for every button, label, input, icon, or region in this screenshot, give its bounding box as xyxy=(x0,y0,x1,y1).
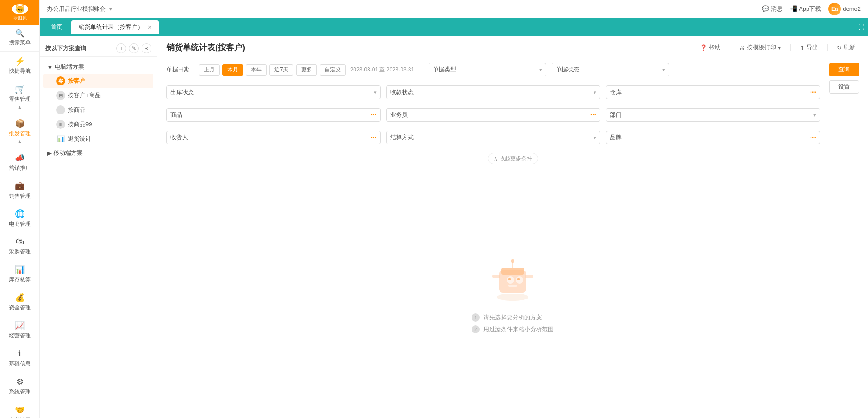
hint-text-2: 用过滤条件来缩小分析范围 xyxy=(483,325,554,333)
message-btn[interactable]: 💬 消息 xyxy=(762,5,783,13)
help-btn[interactable]: ❓ 帮助 xyxy=(696,42,724,53)
nav-icon-purchase: 🛍 xyxy=(16,237,24,247)
salesperson-input[interactable]: 业务员 ··· xyxy=(386,108,600,122)
tree-child-customer-product[interactable]: ⊞ 按客户+商品 xyxy=(43,88,153,103)
warehouse-label: 仓库 xyxy=(610,88,622,96)
nav-label: 系统管理 xyxy=(9,388,31,396)
date-btn-this-month[interactable]: 本月 xyxy=(222,64,243,76)
bill-status-arrow: ▾ xyxy=(662,67,665,73)
refresh-btn[interactable]: ↻ 刷新 xyxy=(833,42,859,53)
print-btn[interactable]: 🖨 按模板打印 ▾ xyxy=(736,42,785,53)
settings-btn[interactable]: 设置 xyxy=(829,80,859,94)
sidebar-item-purchase[interactable]: 🛍 采购管理 xyxy=(0,233,39,260)
sidebar-item-operation[interactable]: 📈 经营管理 xyxy=(0,316,39,344)
print-dropdown-icon: ▾ xyxy=(778,44,781,51)
topbar: 办公用品行业模拟账套 ▾ 💬 消息 📲 App下载 Ea demo2 xyxy=(40,0,868,18)
sidebar-item-system[interactable]: ⚙ 系统管理 xyxy=(0,372,39,400)
edit-scheme-btn[interactable]: ✎ xyxy=(129,43,139,53)
collect-status-select[interactable]: 收款状态 ▾ xyxy=(386,86,600,99)
sidebar-item-sales[interactable]: 💼 销售管理 xyxy=(0,176,39,204)
filter-row-date: 单据日期 上月 本月 本年 近7天 更多 自定义 2023-03-01 至 20… xyxy=(166,63,820,76)
out-status-select[interactable]: 出库状态 ▾ xyxy=(166,86,381,99)
tree-child-by-product[interactable]: ≡ 按商品 xyxy=(43,103,153,117)
page-header: 销货单统计表(按客户) ❓ 帮助 🖨 按模板打印 ▾ ⬆ xyxy=(157,36,868,57)
sidebar-item-marketing[interactable]: 📣 营销推广 xyxy=(0,148,39,176)
svg-point-7 xyxy=(517,278,520,280)
date-btn-custom[interactable]: 自定义 xyxy=(320,64,346,76)
sidebar-item-retail[interactable]: 🛒 零售管理 ▲ xyxy=(0,80,39,114)
empty-hint-1: 1 请先选择要分析的方案 xyxy=(472,314,554,322)
nav-icon-marketing: 📣 xyxy=(15,153,25,163)
sidebar-item-finance[interactable]: 💰 资金管理 xyxy=(0,288,39,316)
header-divider-2 xyxy=(790,44,791,51)
tab-active[interactable]: 销货单统计表（按客户） × xyxy=(71,20,159,34)
sidebar-item-ecommerce[interactable]: 🌐 电商管理 xyxy=(0,204,39,233)
warehouse-input[interactable]: 仓库 ··· xyxy=(606,86,820,99)
svg-point-9 xyxy=(511,259,514,263)
nav-icon-basic: ℹ xyxy=(18,349,21,359)
tree-parent-arrow: ▼ xyxy=(47,64,53,71)
sidebar-logo[interactable]: 🐱 标图贝 xyxy=(0,0,39,25)
export-btn[interactable]: ⬆ 导出 xyxy=(796,42,822,53)
tree-child-product-99[interactable]: ≡ 按商品99 xyxy=(43,117,153,132)
tree-parent-desktop[interactable]: ▼ 电脑端方案 xyxy=(43,60,153,74)
svg-rect-5 xyxy=(508,285,517,287)
sidebar-item-wholesale[interactable]: 📦 批发管理 ▲ xyxy=(0,114,39,148)
left-panel-title: 按以下方案查询 xyxy=(45,44,113,52)
receiver-dots[interactable]: ··· xyxy=(371,133,377,142)
tab-close-icon[interactable]: × xyxy=(148,24,151,31)
account-dropdown-icon[interactable]: ▾ xyxy=(109,6,112,12)
brand-input[interactable]: 品牌 ··· xyxy=(606,131,820,144)
current-account: 办公用品行业模拟账套 xyxy=(47,5,106,13)
date-btn-7days[interactable]: 近7天 xyxy=(269,64,293,76)
app-download-btn[interactable]: 📲 App下载 xyxy=(790,5,821,13)
department-select[interactable]: 部门 ▾ xyxy=(606,108,820,122)
collapse-more-btn[interactable]: ∧ 收起更多条件 xyxy=(488,153,538,164)
message-icon: 💬 xyxy=(762,5,769,12)
user-profile[interactable]: Ea demo2 xyxy=(828,3,861,15)
brand-dots[interactable]: ··· xyxy=(810,133,816,142)
date-btn-this-year[interactable]: 本年 xyxy=(246,64,267,76)
filter-row-product: 商品 ··· 业务员 ··· 部门 ▾ xyxy=(166,108,820,122)
main-area: 办公用品行业模拟账套 ▾ 💬 消息 📲 App下载 Ea demo2 首页 销货… xyxy=(40,0,868,418)
sidebar-item-enterprise[interactable]: 🤝 企业协同 xyxy=(0,400,39,418)
hint-num-1: 1 xyxy=(472,314,480,322)
receiver-input[interactable]: 收货人 ··· xyxy=(166,131,381,144)
product-input[interactable]: 商品 ··· xyxy=(166,108,381,122)
settlement-arrow: ▾ xyxy=(594,135,596,141)
username-label: demo2 xyxy=(843,5,861,12)
topbar-right: 💬 消息 📲 App下载 Ea demo2 xyxy=(762,3,861,15)
collapse-panel-btn[interactable]: « xyxy=(142,43,151,53)
salesperson-dots[interactable]: ··· xyxy=(590,111,596,119)
bill-type-select[interactable]: 单据类型 ▾ xyxy=(429,63,546,76)
add-scheme-btn[interactable]: + xyxy=(116,43,126,53)
sidebar-item-inventory[interactable]: 📊 库存核算 xyxy=(0,260,39,288)
tab-minimize-icon[interactable]: — xyxy=(848,24,854,31)
empty-illustration xyxy=(486,252,540,306)
settlement-label: 结算方式 xyxy=(390,133,414,142)
tree-parent-mobile[interactable]: ▶ 移动端方案 xyxy=(43,146,153,160)
warehouse-dots[interactable]: ··· xyxy=(810,88,816,96)
tab-expand-icon[interactable]: ⛶ xyxy=(858,24,864,31)
topbar-left: 办公用品行业模拟账套 ▾ xyxy=(47,5,112,13)
tab-home[interactable]: 首页 xyxy=(43,20,70,34)
svg-point-6 xyxy=(508,278,511,280)
nav-label: 营销推广 xyxy=(9,164,31,172)
settlement-select[interactable]: 结算方式 ▾ xyxy=(386,131,600,144)
date-btn-last-month[interactable]: 上月 xyxy=(199,64,220,76)
svg-rect-2 xyxy=(501,268,524,275)
product-dots[interactable]: ··· xyxy=(371,111,377,119)
sidebar-item-quick-nav[interactable]: ⚡ 快捷导航 xyxy=(0,52,39,80)
page-title: 销货单统计表(按客户) xyxy=(166,42,245,53)
sidebar-item-basic[interactable]: ℹ 基础信息 xyxy=(0,344,39,372)
tree-child-by-customer[interactable]: 客 按客户 xyxy=(43,74,153,88)
export-label: 导出 xyxy=(807,43,818,52)
bill-status-select[interactable]: 单据状态 ▾ xyxy=(552,63,669,76)
hint-num-2: 2 xyxy=(472,325,480,333)
search-menu-item[interactable]: 🔍 搜索菜单 xyxy=(0,25,39,52)
query-btn[interactable]: 查询 xyxy=(829,63,859,76)
tree-child-return[interactable]: 📊 退货统计 xyxy=(43,132,153,146)
date-options: 上月 本月 本年 近7天 更多 自定义 2023-03-01 至 2023-03… xyxy=(199,64,414,76)
bill-type-label: 单据类型 xyxy=(433,66,456,74)
date-btn-more[interactable]: 更多 xyxy=(296,64,317,76)
